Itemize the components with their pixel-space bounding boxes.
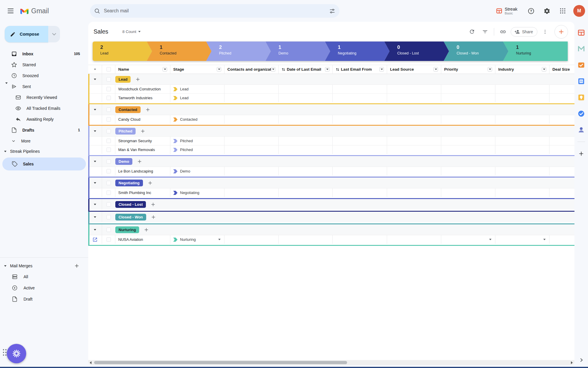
- cell[interactable]: [102, 188, 115, 197]
- cell[interactable]: [549, 94, 574, 102]
- collapse-all-icon[interactable]: [94, 69, 96, 70]
- collapse-group-button[interactable]: [88, 224, 102, 235]
- cell[interactable]: [549, 167, 574, 175]
- column-header-stage[interactable]: Stage: [170, 65, 224, 74]
- rail-calendar-icon[interactable]: 31: [577, 77, 586, 86]
- stage-group-header[interactable]: Negotiating: [88, 178, 574, 188]
- pipeline-row[interactable]: Smith Plumbing IncNegotiating: [88, 188, 574, 197]
- share-button[interactable]: Share: [511, 27, 537, 37]
- pipeline-stage-contacted[interactable]: 1Contacted: [147, 42, 211, 61]
- column-header-name[interactable]: Name: [115, 65, 170, 74]
- sidebar-item-awaiting-reply[interactable]: Awaiting Reply: [0, 114, 88, 125]
- streak-assistant-fab[interactable]: [7, 344, 26, 363]
- stage-cell[interactable]: Pitched: [170, 145, 224, 154]
- column-menu-button[interactable]: [217, 67, 221, 72]
- stage-cell[interactable]: Demo: [170, 167, 224, 175]
- cell[interactable]: [387, 167, 441, 175]
- pipeline-stage-closed-lost[interactable]: 0Closed - Lost: [384, 42, 449, 61]
- drag-handle-icon[interactable]: [2, 349, 7, 357]
- cell[interactable]: [441, 94, 495, 102]
- search-options-icon[interactable]: [329, 8, 335, 14]
- name-cell[interactable]: NUSA Aviation: [115, 235, 170, 244]
- collapse-group-button[interactable]: [88, 104, 102, 115]
- pipeline-stage-pitched[interactable]: 2Pitched: [206, 42, 271, 61]
- stage-group-header[interactable]: Closed - Lost: [88, 199, 574, 210]
- add-mail-merge-button[interactable]: [74, 263, 79, 268]
- cell[interactable]: [333, 235, 387, 244]
- column-header-industry[interactable]: Industry: [495, 65, 549, 74]
- column-header-last-email-from[interactable]: Last Email From: [333, 65, 387, 74]
- cell[interactable]: [224, 85, 279, 93]
- column-header-priority[interactable]: Priority: [441, 65, 495, 74]
- cell[interactable]: [224, 115, 279, 124]
- scrollbar-thumb[interactable]: [94, 361, 347, 364]
- cell[interactable]: [495, 115, 549, 124]
- group-checkbox[interactable]: [106, 77, 111, 82]
- cell[interactable]: [102, 115, 115, 124]
- column-header-date-of-last-email[interactable]: Date of Last Email: [279, 65, 333, 74]
- cell[interactable]: [387, 115, 441, 124]
- cell[interactable]: [88, 188, 102, 197]
- chevron-down-icon[interactable]: [218, 239, 221, 240]
- collapse-group-button[interactable]: [88, 126, 102, 136]
- add-row-button[interactable]: [151, 215, 156, 220]
- streak-plan-badge[interactable]: Streak Basic: [496, 7, 517, 15]
- cell[interactable]: [88, 167, 102, 175]
- name-cell[interactable]: Man & Van Removals: [115, 145, 170, 154]
- stage-cell[interactable]: Nurturing: [170, 235, 224, 244]
- collapse-group-button[interactable]: [88, 156, 102, 167]
- help-icon[interactable]: ?: [524, 4, 537, 17]
- mail-merges-header[interactable]: Mail Merges: [0, 261, 88, 271]
- cell[interactable]: [441, 115, 495, 124]
- cell[interactable]: [333, 188, 387, 197]
- pipeline-row[interactable]: Candy CloudContacted: [88, 115, 574, 124]
- scroll-right-arrow-icon[interactable]: [571, 361, 573, 364]
- pipeline-row[interactable]: NUSA AviationNurturing: [88, 235, 574, 244]
- pipeline-row[interactable]: Strongman SecurityPitched: [88, 136, 574, 145]
- cell[interactable]: [441, 85, 495, 93]
- cell[interactable]: [102, 167, 115, 175]
- hamburger-menu-icon[interactable]: [4, 4, 18, 18]
- pipeline-stage-nurturing[interactable]: 1Nurturing: [503, 42, 568, 61]
- row-checkbox[interactable]: [106, 237, 111, 242]
- rail-keep-icon[interactable]: [577, 93, 586, 102]
- search-input[interactable]: [104, 8, 329, 14]
- stage-cell[interactable]: Contacted: [170, 115, 224, 124]
- cell[interactable]: [333, 94, 387, 102]
- group-checkbox[interactable]: [106, 228, 111, 232]
- chevron-down-icon[interactable]: [489, 239, 492, 240]
- cell[interactable]: [279, 167, 333, 175]
- gmail-logo[interactable]: Gmail: [20, 7, 64, 15]
- rail-m-addon-icon[interactable]: [577, 44, 586, 53]
- cell[interactable]: [495, 188, 549, 197]
- rail-streak-icon[interactable]: [577, 28, 586, 37]
- collapse-all-header-cell[interactable]: [88, 65, 102, 74]
- stage-badge[interactable]: Demo: [115, 158, 132, 165]
- mail-merge-item-all[interactable]: All: [0, 271, 88, 282]
- add-row-button[interactable]: [144, 227, 149, 232]
- cell[interactable]: [333, 145, 387, 154]
- sidebar-item-recently-viewed[interactable]: Recently Viewed: [0, 92, 88, 103]
- settings-gear-icon[interactable]: [540, 4, 553, 17]
- sidebar-item-drafts[interactable]: Drafts1: [0, 125, 88, 135]
- add-row-button[interactable]: [135, 77, 140, 82]
- column-menu-button[interactable]: [379, 67, 384, 72]
- cell[interactable]: [495, 145, 549, 154]
- cell[interactable]: [387, 235, 441, 244]
- cell[interactable]: [333, 115, 387, 124]
- horizontal-scrollbar[interactable]: [88, 360, 574, 365]
- row-checkbox[interactable]: [106, 117, 111, 122]
- select-all-header-cell[interactable]: [102, 65, 115, 74]
- pipeline-row[interactable]: Woodchuck ConstructionLead: [88, 84, 574, 93]
- stage-group-header[interactable]: Contacted: [88, 104, 574, 115]
- sidebar-item-sent[interactable]: Sent: [0, 81, 88, 92]
- cell[interactable]: [88, 137, 102, 145]
- cell[interactable]: [88, 94, 102, 102]
- row-checkbox[interactable]: [106, 169, 111, 173]
- collapse-group-button[interactable]: [88, 74, 102, 84]
- cell[interactable]: [441, 235, 495, 244]
- column-menu-button[interactable]: [325, 67, 329, 72]
- name-cell[interactable]: Smith Plumbing Inc: [115, 188, 170, 197]
- column-header-deal-size[interactable]: Deal Size: [549, 65, 574, 74]
- sidebar-item-more[interactable]: More: [0, 135, 88, 146]
